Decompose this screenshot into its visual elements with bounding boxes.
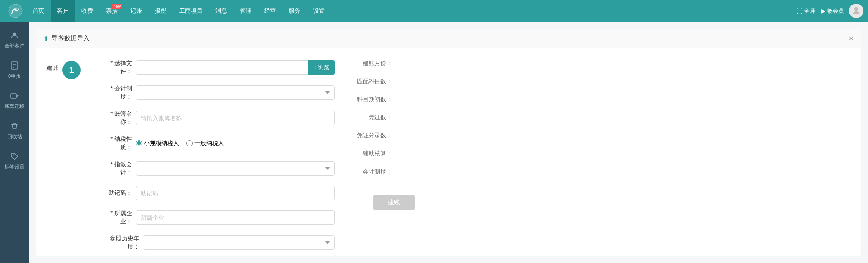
ledger-name-input[interactable] (136, 111, 335, 125)
file-label: * 选择文件： (100, 59, 136, 75)
company-row: * 所属企业： (100, 209, 335, 225)
member-label: 畅会员 (827, 7, 844, 15)
sidebar-label-declaration: 0申报 (8, 73, 21, 80)
nav-bookkeeping[interactable]: 记账 (124, 0, 148, 22)
nav-tax[interactable]: 报税 (148, 0, 173, 22)
build-month-row: 建账月份： (355, 59, 451, 67)
svg-point-9 (13, 155, 14, 156)
sidebar-item-recycle[interactable]: 回收站 (0, 116, 29, 145)
sidebar-item-tag-settings[interactable]: 标签设置 (0, 146, 29, 175)
browse-button[interactable]: +浏览 (308, 60, 335, 75)
app-logo (5, 0, 26, 22)
company-input[interactable] (136, 210, 335, 225)
step-circle: 1 (62, 61, 81, 79)
match-subjects-label: 匹配科目数： (355, 77, 396, 85)
fullscreen-label: 全屏 (804, 7, 815, 15)
nav-settings[interactable]: 设置 (307, 0, 331, 22)
top-nav: 首页 客户 收费 票据 new 记账 报税 工商项目 消息 管理 经营 服务 设… (0, 0, 868, 22)
dialog-header: ⬆ 导爷数据导入 × (36, 29, 861, 48)
migration-icon (9, 90, 20, 101)
sidebar: 全部客户 0申报 账套迁移 (0, 22, 29, 263)
history-year-label: 参照历史年度： (100, 235, 143, 251)
company-label: * 所属企业： (100, 209, 136, 225)
member-icon: ▶ (821, 7, 825, 14)
nav-operation[interactable]: 经营 (258, 0, 282, 22)
memo-label: 助记码： (100, 189, 136, 197)
file-input-row: +浏览 (136, 60, 335, 75)
info-accounting-system-label: 会计制度： (355, 168, 396, 176)
aux-accounting-label: 辅助核算： (355, 150, 396, 158)
tax-type-label: * 纳税性质： (100, 135, 136, 151)
build-month-label: 建账月份： (355, 59, 396, 67)
all-customers-icon (9, 30, 20, 41)
nav-customer[interactable]: 客户 (51, 0, 75, 22)
nav-items: 首页 客户 收费 票据 new 记账 报税 工商项目 消息 管理 经营 服务 设… (26, 0, 796, 22)
fullscreen-btn[interactable]: ⛶ 全屏 (796, 7, 815, 15)
tax-small-radio[interactable] (136, 140, 142, 146)
tax-small-scale[interactable]: 小规模纳税人 (136, 139, 179, 147)
dialog-close-button[interactable]: × (849, 34, 854, 42)
nav-fee[interactable]: 收费 (75, 0, 100, 22)
sidebar-item-declaration[interactable]: 0申报 (0, 56, 29, 84)
tax-general-radio[interactable] (186, 140, 193, 146)
step-section: 建账 1 (36, 59, 90, 243)
accounting-system-select[interactable] (136, 85, 335, 100)
nav-badge-new: new (112, 4, 122, 9)
accountant-row: * 指派会计： (100, 160, 335, 177)
sidebar-item-migration[interactable]: 账套迁移 (0, 86, 29, 114)
voucher-entries-row: 凭证分录数： (355, 132, 451, 140)
step-number: 1 (69, 65, 74, 75)
nav-message[interactable]: 消息 (209, 0, 233, 22)
declaration-icon (9, 60, 20, 71)
form-section: * 选择文件： +浏览 * 会计制度： (90, 59, 344, 243)
sidebar-label-recycle: 回收站 (7, 133, 22, 140)
match-subjects-row: 匹配科目数： (355, 77, 451, 85)
ledger-name-row: * 账簿名称： (100, 110, 335, 126)
accountant-select[interactable] (136, 161, 335, 176)
nav-home[interactable]: 首页 (26, 0, 51, 22)
tax-general[interactable]: 一般纳税人 (186, 139, 224, 147)
voucher-entries-label: 凭证分录数： (355, 132, 396, 140)
file-row: * 选择文件： +浏览 (100, 59, 335, 75)
svg-point-1 (14, 8, 17, 10)
file-input[interactable] (136, 60, 308, 75)
history-year-row: 参照历史年度： (100, 235, 335, 251)
voucher-count-row: 凭证数： (355, 113, 451, 122)
info-accounting-system-row: 会计制度： (355, 168, 451, 176)
tag-settings-icon (9, 151, 20, 162)
nav-biz-project[interactable]: 工商项目 (173, 0, 209, 22)
nav-service[interactable]: 服务 (282, 0, 307, 22)
svg-point-0 (9, 4, 22, 18)
sidebar-label-all-customers: 全部客户 (5, 42, 24, 49)
aux-accounting-row: 辅助核算： (355, 150, 451, 158)
initial-balance-row: 科目期初数： (355, 95, 451, 103)
recycle-icon (9, 121, 20, 132)
sidebar-item-all-customers[interactable]: 全部客户 (0, 25, 29, 54)
tax-small-label: 小规模纳税人 (144, 139, 179, 147)
avatar[interactable] (849, 4, 863, 18)
dialog-body: 建账 1 * 选择文件： +浏览 (36, 48, 861, 254)
nav-invoice[interactable]: 票据 new (100, 0, 124, 22)
accounting-system-row: * 会计制度： (100, 85, 335, 101)
tax-type-row: * 纳税性质： 小规模纳税人 一般纳税人 (100, 135, 335, 151)
sidebar-label-migration: 账套迁移 (5, 103, 24, 110)
info-section: 建账月份： 匹配科目数： 科目期初数： 凭证数： (344, 59, 461, 243)
step-label: 建账 (46, 64, 59, 72)
svg-rect-8 (11, 94, 16, 98)
tax-general-label: 一般纳税人 (194, 139, 224, 147)
member-btn[interactable]: ▶ 畅会员 (821, 7, 844, 15)
nav-manage[interactable]: 管理 (233, 0, 258, 22)
accountant-label: * 指派会计： (100, 160, 136, 177)
voucher-count-label: 凭证数： (355, 113, 396, 122)
ledger-name-label: * 账簿名称： (100, 110, 136, 126)
fullscreen-icon: ⛶ (796, 7, 802, 14)
build-account-button[interactable]: 建账 (373, 195, 415, 210)
dialog-title-text: 导爷数据导入 (52, 34, 90, 42)
memo-input[interactable] (136, 186, 335, 200)
history-year-select[interactable] (143, 235, 335, 250)
initial-balance-label: 科目期初数： (355, 95, 396, 103)
accounting-system-label: * 会计制度： (100, 85, 136, 101)
svg-point-2 (854, 7, 858, 11)
tax-type-radio-group: 小规模纳税人 一般纳税人 (136, 139, 335, 147)
memo-row: 助记码： (100, 186, 335, 200)
